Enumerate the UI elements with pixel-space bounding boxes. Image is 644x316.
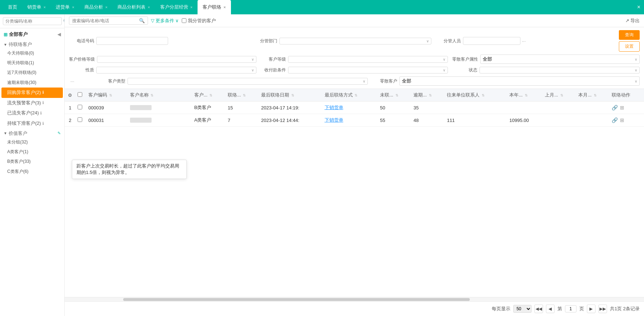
export-button[interactable]: ↗ 导出 <box>625 18 640 24</box>
nav-customer-tier[interactable]: 客户分层经营 × <box>155 0 198 14</box>
table-row: 1 000039 B类客户 15 2023-04-17 14:19: <box>65 102 644 114</box>
contact-sort-icon[interactable]: ⇅ <box>243 93 246 97</box>
code-sort-icon[interactable]: ⇅ <box>109 93 112 97</box>
nav-home[interactable]: 首页 <box>3 0 22 14</box>
pg-last-btn[interactable]: ▶▶ <box>598 305 607 313</box>
settings-icon[interactable]: ⚙ <box>68 93 72 98</box>
year-sort-icon[interactable]: ⇅ <box>525 93 528 97</box>
row1-link-icon[interactable]: 🔗 <box>612 105 618 110</box>
scrollbar-thumb[interactable] <box>123 298 470 301</box>
scattered-attr-select[interactable]: 全部 ∨ <box>480 55 640 64</box>
sidebar-item-class-a[interactable]: A类客户(1) <box>0 147 64 157</box>
person-dots-btn[interactable]: ··· <box>520 38 527 44</box>
dept-select[interactable]: ∨ <box>279 38 431 44</box>
main-search-icon[interactable]: 🔍 <box>139 18 145 23</box>
pending-contact-group[interactable]: ▼ 待联络客户 <box>0 40 64 48</box>
this-month-sort-icon[interactable]: ⇅ <box>594 93 597 97</box>
customer-level-select[interactable]: ∨ <box>288 56 448 63</box>
row1-select-checkbox[interactable] <box>78 105 82 109</box>
row1-last-method[interactable]: 下销货单 <box>323 102 378 114</box>
type-sort-icon[interactable]: ⇅ <box>209 93 212 97</box>
more-filters-btn[interactable]: ▽ 更多条件 ∨ <box>151 18 179 24</box>
sidebar-item-abnormal-repurchase[interactable]: 回购异常客户(2) ℹ <box>1 88 63 98</box>
sidebar-item-declining[interactable]: 持续下滑客户(2) ℹ <box>0 118 64 129</box>
date-sort-icon[interactable]: ⇅ <box>291 93 294 97</box>
main-search-input[interactable] <box>72 18 139 23</box>
my-customer-filter: 我分管的客户 <box>182 18 216 24</box>
nav-product-analysis[interactable]: 商品分析 × <box>79 0 112 14</box>
sidebar-item-ungrouped[interactable]: 未分组(32) <box>0 137 64 147</box>
sidebar-item-overdue-not-contact[interactable]: 逾期未联络(30) <box>0 78 64 88</box>
row2-last-method[interactable]: 下销货单 <box>323 114 378 127</box>
value-customer-group[interactable]: ▼ 价值客户 ✎ <box>0 129 64 137</box>
nature-select[interactable]: ∨ <box>96 67 256 74</box>
row2-select-checkbox[interactable] <box>78 117 82 122</box>
sidebar-item-churned[interactable]: 已流失客户(24) ℹ <box>0 108 64 118</box>
price-level-select[interactable]: ∨ <box>97 56 256 63</box>
info-icon-3[interactable]: ℹ <box>40 110 42 117</box>
more-filter-dots[interactable]: ··· <box>69 79 76 84</box>
query-button[interactable]: 查询 <box>619 30 640 40</box>
sidebar-item-churn-warning[interactable]: 流失预警客户(3) ℹ <box>0 98 64 108</box>
sidebar-item-tomorrow-pending[interactable]: 明天待联络(1) <box>0 58 64 68</box>
th-code: 客户编码 ⇅ <box>86 89 128 102</box>
price-level-dropdown-icon: ∨ <box>251 57 254 61</box>
nav-product-analysis-list[interactable]: 商品分析列表 × <box>112 0 155 14</box>
sidebar-item-class-b[interactable]: B类客户(33) <box>0 157 64 166</box>
status-select[interactable]: ∨ <box>479 67 640 74</box>
row2-num: 2 <box>65 114 75 127</box>
row2-link-icon[interactable]: 🔗 <box>612 117 618 123</box>
row1-grid-icon[interactable]: ⊞ <box>620 105 624 110</box>
window-close-icon[interactable]: × <box>637 4 640 10</box>
close-purchase-order-icon[interactable]: × <box>72 5 74 9</box>
select-all-checkbox[interactable] <box>78 92 82 97</box>
customer-type-select[interactable]: ∨ <box>128 78 368 85</box>
overdue-sort-icon[interactable]: ⇅ <box>429 93 432 97</box>
all-customers-header[interactable]: ⊞ 全部客户 ◀ <box>0 28 64 40</box>
method-sort-icon[interactable]: ⇅ <box>355 93 357 97</box>
nav-customer-contact[interactable]: 客户联络 × <box>198 0 231 14</box>
close-product-analysis-icon[interactable]: × <box>105 5 107 9</box>
pg-first-btn[interactable]: ◀◀ <box>534 305 543 313</box>
person-input[interactable] <box>463 37 520 45</box>
phone-input[interactable] <box>96 37 168 45</box>
per-page-select[interactable]: 50 20 100 200 <box>513 305 532 313</box>
last-month-sort-icon[interactable]: ⇅ <box>560 93 563 97</box>
sidebar-item-class-c[interactable]: C类客户(6) <box>0 167 64 176</box>
close-sales-order-icon[interactable]: × <box>43 5 46 9</box>
close-customer-tier-icon[interactable]: × <box>190 5 193 9</box>
page-input[interactable] <box>565 305 576 312</box>
info-icon-2[interactable]: ℹ <box>42 100 44 106</box>
close-customer-contact-icon[interactable]: × <box>223 5 226 9</box>
sidebar-item-7days-pending[interactable]: 近7天待联络(0) <box>0 68 64 77</box>
edit-icon[interactable]: ✎ <box>57 131 61 136</box>
nav-purchase-order[interactable]: 进货单 × <box>51 0 79 14</box>
info-icon-4[interactable]: ℹ <box>42 121 44 127</box>
th-last-contact-date: 最后联络日期 ⇅ <box>259 89 322 102</box>
pg-next-btn[interactable]: ▶ <box>587 305 596 313</box>
nav-sales-order[interactable]: 销货单 × <box>22 0 51 14</box>
sidebar-search-input[interactable] <box>3 17 62 25</box>
info-icon[interactable]: ℹ <box>42 89 44 96</box>
not-contact-sort-icon[interactable]: ⇅ <box>395 93 398 97</box>
th-last-month: 上月... ⇅ <box>543 89 576 102</box>
row2-grid-icon[interactable]: ⊞ <box>620 117 624 123</box>
sidebar-collapse-btn[interactable]: ◀ <box>57 32 61 37</box>
nature-dropdown-icon: ∨ <box>251 68 254 72</box>
name-sort-icon[interactable]: ⇅ <box>150 93 153 97</box>
table-row: 2 000031 A类客户 7 2023-04-12 14:44: <box>65 114 644 127</box>
top-navigation: 首页 销货单 × 进货单 × 商品分析 × 商品分析列表 × 客户分层经营 × … <box>0 0 644 14</box>
scattered-customer-select[interactable]: 全部 ∨ <box>399 76 640 86</box>
table-wrapper[interactable]: ⚙ 客户编码 ⇅ 客户名称 ⇅ <box>65 89 644 297</box>
th-settings[interactable]: ⚙ <box>65 89 75 102</box>
pg-prev-btn[interactable]: ◀ <box>546 305 555 313</box>
settings-button[interactable]: 设置 <box>619 41 640 52</box>
payment-select[interactable]: ∨ <box>288 67 448 74</box>
company-sort-icon[interactable]: ⇅ <box>482 93 485 97</box>
close-product-analysis-list-icon[interactable]: × <box>148 5 150 9</box>
price-level-field: 客户价格等级 ∨ <box>69 56 256 63</box>
sidebar-item-today-pending[interactable]: 今天待联络(0) <box>0 48 64 58</box>
horizontal-scrollbar[interactable] <box>65 297 644 301</box>
tooltip-box: 距客户上次交易时长，超过了此客户的平均交易周期的1.5倍，则视为异常。 <box>72 160 187 179</box>
my-customer-checkbox[interactable] <box>182 18 186 23</box>
